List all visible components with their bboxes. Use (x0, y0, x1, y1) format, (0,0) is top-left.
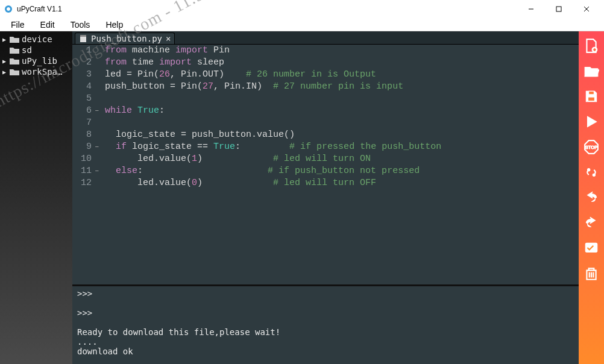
main-column: Push_button.py × 123456−789−1011−12 from… (72, 31, 579, 364)
check-button[interactable] (582, 239, 601, 258)
tab-label: Push_button.py (91, 34, 162, 43)
stop-button[interactable]: STOP (582, 137, 601, 157)
save-button[interactable] (582, 87, 601, 106)
tab-push-button[interactable]: Push_button.py × (75, 33, 175, 44)
tree-label: workSpa… (22, 67, 62, 77)
menu-file[interactable]: File (4, 19, 32, 31)
tree-arrow-icon: ▶ (1, 36, 7, 43)
tree-item-workspace[interactable]: ▶ workSpa… (0, 66, 72, 77)
file-tree[interactable]: ▶ device sd ▶ uPy_lib ▶ workSpa… (0, 31, 72, 364)
minimize-button[interactable] (517, 0, 545, 18)
file-icon (79, 34, 87, 43)
app-icon (4, 4, 13, 14)
menu-tools[interactable]: Tools (63, 19, 98, 31)
menubar: File Edit Tools Help (0, 18, 604, 31)
line-gutter: 123456−789−1011−12 (72, 45, 105, 284)
svg-rect-2 (556, 7, 561, 11)
workspace: ▶ device sd ▶ uPy_lib ▶ workSpa… Push_bu… (0, 31, 604, 364)
svg-point-12 (588, 169, 590, 171)
tree-label: device (22, 34, 52, 44)
open-file-button[interactable] (582, 61, 601, 81)
tree-arrow-icon: ▶ (1, 58, 7, 64)
undo-button[interactable] (582, 188, 601, 207)
right-toolbar: STOP (579, 31, 604, 364)
app-title: uPyCraft V1.1 (17, 5, 62, 13)
connect-button[interactable] (582, 163, 601, 182)
tree-label: sd (22, 45, 32, 55)
folder-icon (10, 57, 19, 64)
close-button[interactable] (573, 0, 600, 18)
svg-rect-8 (589, 91, 594, 94)
new-file-button[interactable] (582, 36, 601, 55)
redo-button[interactable] (582, 213, 601, 233)
tree-arrow-icon: ▶ (1, 69, 7, 75)
tree-item-device[interactable]: ▶ device (0, 34, 72, 45)
svg-rect-6 (80, 35, 86, 37)
svg-rect-9 (588, 97, 595, 101)
folder-icon (10, 46, 19, 54)
svg-text:STOP: STOP (585, 145, 598, 150)
folder-icon (10, 36, 19, 43)
titlebar: uPyCraft V1.1 (0, 0, 604, 18)
tree-item-upylib[interactable]: ▶ uPy_lib (0, 55, 72, 66)
maximize-button[interactable] (545, 0, 573, 18)
run-button[interactable] (582, 112, 601, 131)
clear-button[interactable] (582, 264, 601, 283)
svg-point-13 (593, 174, 595, 176)
menu-help[interactable]: Help (98, 19, 130, 31)
tree-item-sd[interactable]: sd (0, 45, 72, 55)
code-area[interactable]: from machine import Pinfrom time import … (105, 45, 579, 284)
tab-close-icon[interactable]: × (166, 34, 171, 43)
tree-label: uPy_lib (22, 56, 57, 66)
console-output[interactable]: >>> >>> Ready to download this file,plea… (72, 284, 579, 364)
folder-icon (10, 68, 19, 75)
editor-tabs: Push_button.py × (72, 31, 579, 45)
code-editor[interactable]: 123456−789−1011−12 from machine import P… (72, 45, 579, 284)
menu-edit[interactable]: Edit (33, 19, 62, 31)
